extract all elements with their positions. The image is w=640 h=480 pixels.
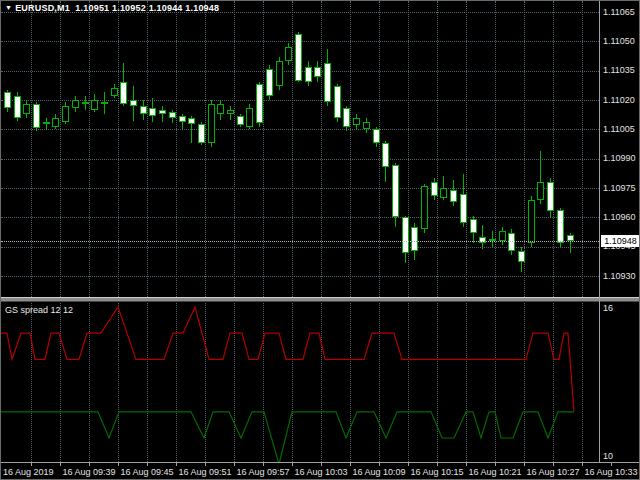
pane-separator[interactable]	[1, 297, 640, 302]
candle	[363, 122, 370, 130]
candle	[276, 61, 283, 86]
bid-price-line	[1, 241, 599, 242]
price-axis-label: 1.11050	[603, 37, 640, 46]
time-axis-label: 16 Aug 09:39	[62, 467, 115, 477]
candle	[440, 188, 447, 198]
time-axis-tick	[118, 463, 119, 466]
chart-window: ▼EURUSD,M1 1.10951 1.10952 1.10944 1.109…	[0, 0, 640, 480]
candle	[470, 219, 477, 233]
grid-line-vertical	[408, 1, 409, 297]
candle	[382, 143, 389, 167]
candle	[450, 190, 457, 202]
grid-line-vertical	[321, 1, 322, 297]
grid-line-vertical	[495, 1, 496, 297]
grid-line-vertical	[31, 1, 32, 297]
candle	[537, 182, 544, 200]
candle	[499, 231, 506, 241]
time-axis-label: 16 Aug 10:15	[410, 467, 463, 477]
symbol-dropdown-icon[interactable]: ▼	[5, 4, 12, 11]
time-axis-label: 16 Aug 2019	[3, 467, 54, 477]
current-price-badge: 1.10948	[601, 235, 640, 247]
candle	[295, 34, 302, 81]
open-value: 1.10951	[75, 3, 109, 13]
candle	[402, 217, 409, 252]
symbol-label: EURUSD,M1	[15, 3, 70, 13]
price-axis-line	[599, 1, 600, 463]
time-axis-tick	[495, 463, 496, 466]
candle-wick	[162, 106, 163, 122]
grid-line-vertical	[582, 1, 583, 297]
candle	[227, 110, 234, 114]
time-axis-tick	[176, 463, 177, 466]
time-axis-tick	[611, 463, 612, 466]
grid-line-vertical	[553, 1, 554, 297]
candle	[237, 116, 244, 126]
candle	[23, 104, 30, 114]
close-value: 1.10948	[185, 3, 219, 13]
candle	[392, 165, 399, 218]
time-axis-tick	[31, 463, 32, 466]
spread-lower-line	[1, 412, 574, 462]
low-value: 1.10944	[149, 3, 183, 13]
candle	[120, 82, 127, 104]
price-axis-label: 1.10930	[603, 272, 640, 281]
price-axis-label: 1.10975	[603, 184, 640, 193]
time-axis-tick	[553, 463, 554, 466]
candle	[101, 102, 108, 104]
candle	[130, 100, 137, 106]
candle	[4, 92, 11, 108]
price-axis-label: 1.11065	[603, 8, 640, 17]
time-axis-tick	[263, 463, 264, 466]
candle	[305, 67, 312, 83]
candle	[256, 84, 263, 123]
grid-line-vertical	[379, 1, 380, 297]
candle	[217, 104, 224, 114]
candle	[421, 186, 428, 229]
grid-line-vertical	[263, 1, 264, 297]
indicator-axis-min: 10	[603, 452, 640, 461]
candle	[82, 102, 89, 104]
price-axis-label: 1.11005	[603, 125, 640, 134]
candle	[246, 108, 253, 128]
time-axis-label: 16 Aug 10:03	[294, 467, 347, 477]
time-axis-tick	[292, 463, 293, 466]
time-axis-tick	[582, 463, 583, 466]
spread-upper-line	[1, 307, 574, 412]
candle	[159, 110, 166, 114]
candle	[208, 104, 215, 143]
candle	[72, 100, 79, 108]
grid-line-vertical	[350, 1, 351, 297]
time-axis-tick	[466, 463, 467, 466]
grid-line-vertical	[176, 1, 177, 297]
candle	[43, 122, 50, 124]
candle	[557, 210, 564, 243]
grid-line-horizontal	[1, 276, 599, 277]
grid-line-vertical	[147, 1, 148, 297]
candle	[431, 182, 438, 196]
grid-line-vertical	[437, 1, 438, 297]
time-axis-tick	[379, 463, 380, 466]
candle	[353, 118, 360, 126]
candle	[91, 100, 98, 110]
time-axis-tick	[60, 463, 61, 466]
grid-line-horizontal	[1, 217, 599, 218]
high-value: 1.10952	[112, 3, 146, 13]
grid-line-vertical	[466, 1, 467, 297]
candle	[508, 233, 515, 251]
grid-line-vertical	[89, 1, 90, 297]
price-axis-label: 1.11020	[603, 96, 640, 105]
main-chart-pane[interactable]	[1, 1, 599, 297]
time-axis-tick	[321, 463, 322, 466]
candle	[188, 118, 195, 124]
candle	[52, 118, 59, 128]
candle	[149, 108, 156, 116]
candle	[547, 182, 554, 211]
candle	[460, 194, 467, 223]
time-axis-tick	[147, 463, 148, 466]
grid-line-vertical	[234, 1, 235, 297]
time-axis-tick	[408, 463, 409, 466]
grid-line-horizontal	[1, 188, 599, 189]
price-axis-label: 1.10960	[603, 213, 640, 222]
price-axis-label: 1.11035	[603, 66, 640, 75]
candle	[198, 124, 205, 144]
